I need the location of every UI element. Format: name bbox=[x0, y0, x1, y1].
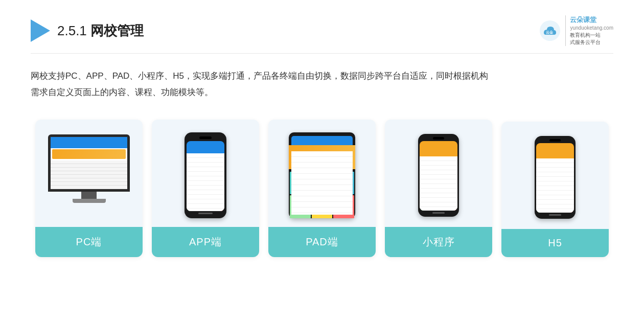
card-pc-label: PC端 bbox=[35, 227, 143, 257]
mini-phone-mockup-1 bbox=[418, 134, 459, 217]
pad-mockup bbox=[289, 132, 355, 218]
phone-home-bar bbox=[198, 213, 213, 214]
monitor-body bbox=[48, 134, 130, 192]
mini-phone-notch-2 bbox=[549, 139, 561, 142]
phone-notch bbox=[199, 136, 212, 139]
page-title: 2.5.1 网校管理 bbox=[57, 22, 144, 40]
header: 2.5.1 网校管理 云朵 云朵课堂 yunduoketang.com 教育机构… bbox=[31, 15, 613, 54]
description-text: 网校支持PC、APP、PAD、小程序、H5，实现多端打通，产品各终端自由切换，数… bbox=[31, 68, 613, 101]
mini-phone-notch-1 bbox=[433, 137, 444, 140]
monitor-screen bbox=[51, 137, 127, 189]
card-miniprogram: 小程序 bbox=[385, 120, 492, 257]
phone-mockup-app bbox=[185, 132, 226, 218]
header-left: 2.5.1 网校管理 bbox=[31, 19, 144, 42]
mini-phone-screen-1 bbox=[420, 141, 457, 211]
cards-row: PC端 bbox=[31, 120, 613, 257]
card-app-label: APP端 bbox=[152, 227, 259, 257]
mini-phone-home-bar-1 bbox=[432, 212, 445, 214]
mini-phone-screen-2 bbox=[536, 143, 574, 213]
mini-phone-home-bar-2 bbox=[549, 214, 561, 216]
logo-triangle-icon bbox=[31, 19, 50, 42]
pad-screen bbox=[291, 136, 353, 206]
card-pc: PC端 bbox=[35, 120, 143, 257]
monitor-base bbox=[73, 199, 106, 203]
card-app-image bbox=[152, 120, 259, 227]
brand-logo: 云朵 云朵课堂 yunduoketang.com 教育机构一站 式服务云平台 bbox=[539, 15, 613, 46]
mini-phone-mockup-2 bbox=[535, 136, 576, 219]
card-miniprogram-image bbox=[385, 120, 492, 227]
card-pc-image bbox=[35, 120, 143, 227]
card-app: APP端 bbox=[152, 120, 259, 257]
card-h5: H5 bbox=[501, 122, 609, 257]
pc-mockup bbox=[45, 134, 132, 216]
card-pad: PAD端 bbox=[268, 120, 376, 257]
monitor-stand bbox=[81, 192, 97, 199]
page-container: 2.5.1 网校管理 云朵 云朵课堂 yunduoketang.com 教育机构… bbox=[0, 0, 644, 322]
card-pad-label: PAD端 bbox=[268, 227, 376, 257]
brand-text: 云朵课堂 yunduoketang.com 教育机构一站 式服务云平台 bbox=[565, 15, 613, 46]
card-miniprogram-label: 小程序 bbox=[385, 227, 492, 257]
card-h5-image bbox=[501, 122, 609, 229]
card-pad-image bbox=[268, 120, 376, 227]
cloud-icon: 云朵 bbox=[539, 19, 561, 42]
card-h5-label: H5 bbox=[501, 229, 609, 257]
phone-screen bbox=[187, 141, 224, 211]
svg-text:云朵: 云朵 bbox=[546, 31, 554, 34]
header-right: 云朵 云朵课堂 yunduoketang.com 教育机构一站 式服务云平台 bbox=[539, 15, 613, 46]
